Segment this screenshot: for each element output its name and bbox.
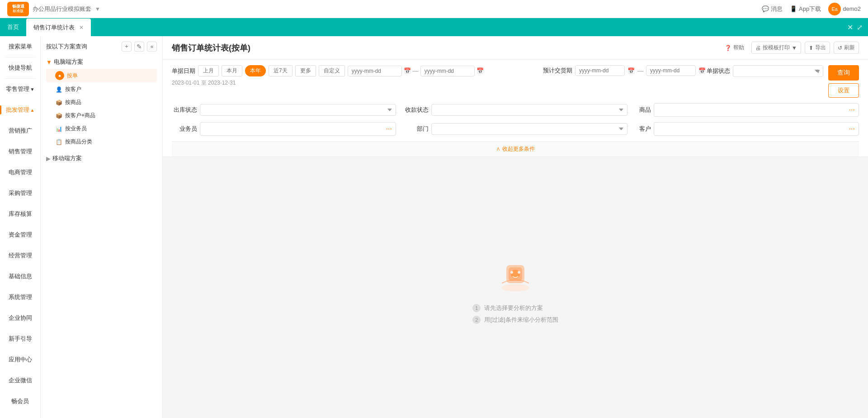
sidebar-item-retail[interactable]: 零售管理 ▼ bbox=[0, 79, 40, 100]
scheme-item-by-customer-product[interactable]: 📦 按客户+商品 bbox=[46, 109, 157, 122]
top-bar-left: 畅捷通 标准版 办公用品行业模拟账套 ▼ bbox=[7, 2, 100, 16]
scheme-item-by-order[interactable]: ● 按单 bbox=[46, 69, 157, 82]
department-label: 部门 bbox=[403, 125, 429, 133]
salesperson-input-area[interactable]: ··· bbox=[200, 122, 396, 136]
sidebar-item-basic-info[interactable]: 基础信息 bbox=[0, 266, 40, 287]
add-scheme-button[interactable]: + bbox=[122, 42, 132, 52]
scheme-group-pc: ▼ 电脑端方案 ● 按单 👤 按客户 📦 按商品 📦 按客户+ bbox=[41, 55, 162, 148]
scheme-group-mobile-title[interactable]: ▶ 移动端方案 bbox=[46, 152, 157, 165]
expected-date-to-input[interactable] bbox=[646, 65, 696, 76]
sidebar-item-purchase[interactable]: 采购管理 bbox=[0, 183, 40, 204]
expected-calendar-from-icon: 📅 bbox=[627, 67, 635, 74]
payment-status-filter: 收款状态 bbox=[403, 104, 627, 116]
tab-home[interactable]: 首页 bbox=[0, 18, 26, 36]
scheme-item-by-customer[interactable]: 👤 按客户 bbox=[46, 83, 157, 95]
print-template-button[interactable]: 🖨 按模板打印 ▼ bbox=[751, 42, 801, 54]
main-content-area: 1 请先选择要分析的方案 2 用[过滤]条件来缩小分析范围 bbox=[163, 157, 868, 418]
filter-row-3: 业务员 ··· 部门 客户 ··· bbox=[172, 122, 859, 136]
sidebar-item-finance[interactable]: 资金管理 bbox=[0, 224, 40, 245]
doc-status-select[interactable] bbox=[733, 65, 823, 77]
last-month-btn[interactable]: 上月 bbox=[198, 65, 219, 76]
empty-state: 1 请先选择要分析的方案 2 用[过滤]条件来缩小分析范围 bbox=[472, 252, 558, 324]
scheme-item-by-salesperson[interactable]: 📊 按业务员 bbox=[46, 123, 157, 135]
last-7-days-btn[interactable]: 近7天 bbox=[269, 65, 292, 76]
payment-status-select[interactable] bbox=[431, 104, 627, 116]
export-button[interactable]: ⬆ 导出 bbox=[805, 42, 830, 54]
sidebar-item-inventory[interactable]: 库存核算 bbox=[0, 204, 40, 224]
date-from-input[interactable] bbox=[348, 66, 402, 76]
page-actions: ❓ 帮助 🖨 按模板打印 ▼ ⬆ 导出 ↺ bbox=[721, 42, 859, 54]
nav-sidebar: 搜索菜单 快捷导航 零售管理 ▼ 批发管理 ▲ 营销推广 销售管理 电商管理 采… bbox=[0, 36, 41, 418]
expected-date-from-input[interactable] bbox=[575, 65, 625, 76]
top-bar: 畅捷通 标准版 办公用品行业模拟账套 ▼ 💬 消息 📱 App下载 Ea dem… bbox=[0, 0, 868, 18]
close-window-icon[interactable]: ✕ bbox=[847, 23, 853, 32]
this-month-btn[interactable]: 本月 bbox=[222, 65, 242, 76]
message-button[interactable]: 💬 消息 bbox=[762, 5, 783, 13]
sidebar-item-app-center[interactable]: 应用中心 bbox=[0, 349, 40, 370]
edit-scheme-button[interactable]: ✎ bbox=[134, 42, 144, 52]
tab-bar-end: ✕ ⤢ bbox=[847, 23, 868, 32]
customer-more-icon[interactable]: ··· bbox=[849, 125, 855, 133]
scheme-item-by-product-category[interactable]: 📋 按商品分类 bbox=[46, 136, 157, 148]
refresh-button[interactable]: ↺ 刷新 bbox=[834, 42, 859, 54]
settings-button[interactable]: 设置 bbox=[828, 83, 859, 98]
scheme-item-by-product[interactable]: 📦 按商品 bbox=[46, 96, 157, 109]
product-more-icon[interactable]: ··· bbox=[849, 106, 855, 114]
action-buttons: 查询 设置 bbox=[828, 65, 859, 98]
empty-illustration bbox=[493, 252, 538, 297]
page-header: 销售订单统计表(按单) ❓ 帮助 🖨 按模板打印 ▼ ⬆ bbox=[163, 36, 868, 60]
expand-window-icon[interactable]: ⤢ bbox=[857, 23, 863, 32]
tab-close-button[interactable]: ✕ bbox=[79, 24, 84, 31]
sidebar-item-quick-nav[interactable]: 快捷导航 bbox=[0, 57, 40, 78]
user-menu[interactable]: Ea demo2 bbox=[828, 3, 861, 15]
sidebar-item-operations[interactable]: 经营管理 bbox=[0, 245, 40, 266]
collapse-more-button[interactable]: ∧ 收起更多条件 bbox=[172, 141, 859, 157]
print-dropdown-icon: ▼ bbox=[792, 45, 797, 51]
date-filter: 单据日期 上月 本月 本年 近7天 更多 自定义 📅 — 📅 bbox=[172, 65, 536, 87]
query-button[interactable]: 查询 bbox=[828, 65, 859, 81]
this-year-btn[interactable]: 本年 bbox=[245, 65, 266, 76]
out-status-select[interactable] bbox=[200, 104, 396, 116]
sidebar-item-system[interactable]: 系统管理 bbox=[0, 287, 40, 308]
date-to-input[interactable] bbox=[420, 66, 475, 76]
collapse-panel-button[interactable]: « bbox=[147, 42, 157, 52]
product-input-area[interactable]: ··· bbox=[654, 103, 859, 117]
salesperson-more-icon[interactable]: ··· bbox=[386, 125, 392, 133]
page-header-top: 销售订单统计表(按单) ❓ 帮助 🖨 按模板打印 ▼ ⬆ bbox=[172, 42, 859, 54]
svg-point-4 bbox=[510, 271, 513, 274]
customer-filter: 客户 ··· bbox=[635, 122, 859, 136]
sidebar-item-sales[interactable]: 销售管理 bbox=[0, 141, 40, 162]
department-select[interactable] bbox=[431, 123, 627, 135]
sidebar-item-member[interactable]: 畅会员 bbox=[0, 391, 40, 412]
sidebar-item-wholesale[interactable]: 批发管理 ▲ bbox=[0, 100, 40, 120]
active-indicator bbox=[0, 105, 1, 114]
scheme-active-icon: ● bbox=[55, 71, 64, 80]
empty-tip-1: 1 请先选择要分析的方案 bbox=[472, 304, 558, 312]
sidebar-item-search-menu[interactable]: 搜索菜单 bbox=[0, 36, 40, 57]
top-bar-title: 办公用品行业模拟账套 bbox=[33, 5, 91, 13]
scheme-group-pc-title[interactable]: ▼ 电脑端方案 bbox=[46, 55, 157, 69]
expected-calendar-to-icon: 📅 bbox=[698, 67, 706, 74]
empty-tips: 1 请先选择要分析的方案 2 用[过滤]条件来缩小分析范围 bbox=[472, 304, 558, 324]
message-icon: 💬 bbox=[762, 5, 769, 12]
tip-num-1: 1 bbox=[472, 304, 481, 312]
date-separator: — bbox=[413, 67, 419, 74]
more-btn[interactable]: 更多 bbox=[295, 65, 316, 76]
sidebar-item-new-guide[interactable]: 新手引导 bbox=[0, 328, 40, 349]
sidebar-item-ecommerce[interactable]: 电商管理 bbox=[0, 162, 40, 183]
tip-num-2: 2 bbox=[472, 316, 481, 324]
customer-input-area[interactable]: ··· bbox=[654, 122, 859, 136]
app-download-button[interactable]: 📱 App下载 bbox=[790, 5, 821, 13]
sidebar-item-marketing[interactable]: 营销推广 bbox=[0, 120, 40, 141]
svg-point-5 bbox=[518, 271, 520, 274]
expected-separator: — bbox=[637, 67, 643, 74]
calendar-to-icon: 📅 bbox=[476, 67, 484, 74]
sidebar-item-wechat[interactable]: 企业微信 bbox=[0, 370, 40, 391]
expected-date-label: 预计交货期 bbox=[543, 66, 572, 75]
tab-sales-stats[interactable]: 销售订单统计表 ✕ bbox=[26, 19, 91, 37]
help-button[interactable]: ❓ 帮助 bbox=[721, 42, 748, 53]
top-bar-dropdown-icon[interactable]: ▼ bbox=[95, 6, 100, 12]
sidebar-item-enterprise[interactable]: 企业协同 bbox=[0, 308, 40, 328]
product-category-icon: 📋 bbox=[55, 138, 62, 146]
custom-btn[interactable]: 自定义 bbox=[319, 65, 345, 76]
